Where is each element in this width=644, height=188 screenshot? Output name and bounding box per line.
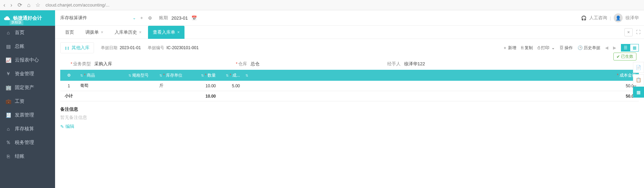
tab-view-inbound[interactable]: 查看入库单× (148, 26, 184, 39)
sidebar-item-label: 云报表中心 (15, 57, 39, 63)
sidebar-item-label: 结账 (15, 153, 24, 159)
expand-icon[interactable]: ⛶ (636, 30, 641, 35)
handler-value: 徐泽华122 (404, 61, 425, 67)
back-icon[interactable]: ‹ (3, 2, 5, 8)
gear-icon[interactable]: ⚙ (148, 15, 152, 21)
sidebar-item-label: 固定资产 (15, 85, 34, 91)
content-area: ⫿⫿ 其他入库 单据日期 2023-01-01 单据编号 IC-20230101… (55, 39, 644, 133)
biz-type-value: 采购入库 (94, 61, 112, 67)
brand-header: 畅捷通好会计 旗舰版 (0, 10, 55, 26)
print-button[interactable]: ⎙打印 ⌄ (538, 45, 555, 51)
side-tabs: 📄 📋 ▦ (633, 62, 644, 98)
date-label: 单据日期 (101, 45, 117, 50)
refresh-icon[interactable]: ⟳ (18, 2, 22, 8)
col-blank[interactable]: ⇅ (243, 74, 263, 77)
sidebar-item-label: 总账 (15, 43, 24, 49)
cell-unit: 斤 (157, 83, 188, 89)
form-row: *业务类型 采购入库 *仓库 总仓 经手人 徐泽华122 (71, 61, 639, 67)
col-product[interactable]: ⇅*商品 (77, 73, 126, 78)
sidebar-item-funds[interactable]: ￥资金管理 (0, 67, 55, 81)
brand-edition: 旗舰版 (10, 20, 23, 25)
headset-icon[interactable]: 🎧 (581, 15, 587, 21)
tab-transfer[interactable]: 调拨单× (81, 26, 108, 39)
side-tab-doc[interactable]: 📄 (633, 62, 644, 73)
prev-icon[interactable]: ◀ (605, 45, 608, 50)
side-tab-active[interactable]: ▦ (633, 87, 644, 98)
sidebar-item-assets[interactable]: 🏢固定资产 (0, 81, 55, 95)
avatar[interactable]: 👤 (614, 13, 623, 22)
status-text: 已生效 (621, 54, 633, 59)
cell-idx: 1 (60, 84, 77, 88)
plus-icon[interactable]: ＋ (139, 15, 144, 21)
subtotal-label: 小计 (60, 93, 77, 99)
biz-type-label: 业务类型 (73, 61, 91, 66)
box-icon: ⌂ (5, 126, 11, 132)
tab-label: 查看入库单 (153, 29, 175, 35)
col-settings[interactable]: ⚙ (60, 73, 77, 78)
history-button[interactable]: 🕒历史单据 (578, 45, 600, 51)
copy-button[interactable]: ⎘复制 (521, 45, 533, 51)
close-icon[interactable]: × (177, 30, 180, 35)
tabs-row: 首页 调拨单× 入库单历史× 查看入库单× × ⛶ (55, 26, 644, 39)
col-spec[interactable]: ⇅规格型号 (126, 73, 157, 78)
doc-actions: ＋新增 ⎘复制 ⎙打印 ⌄ ☲操作 🕒历史单据 ◀ ▶ ☰ ▦ (503, 44, 639, 52)
period-value[interactable]: 2023-01 (171, 15, 188, 21)
tab-home[interactable]: 首页 (60, 26, 79, 39)
docno-label: 单据编号 (148, 45, 164, 50)
close-all-button[interactable]: × (624, 28, 633, 36)
tab-inbound-history[interactable]: 入库单历史× (110, 26, 146, 39)
wallet-icon: 💼 (5, 99, 11, 104)
sidebar-item-closing[interactable]: ⎘结账 (0, 150, 55, 163)
col-qty[interactable]: ⇅*数量 (188, 73, 219, 78)
star-icon[interactable]: ☆ (35, 2, 40, 8)
sidebar-item-reports[interactable]: 📈云报表中心 (0, 53, 55, 67)
calendar-icon[interactable]: 📅 (191, 15, 197, 21)
card-view-button[interactable]: ▦ (630, 44, 639, 52)
subtotal-row: 小计 10.00 50.00 (60, 91, 639, 101)
list-view-button[interactable]: ☰ (621, 44, 630, 52)
chevron-down-icon[interactable]: ⌄ (133, 15, 136, 20)
remark-empty: 暂无备注信息 (60, 114, 639, 121)
ops-button[interactable]: ☲操作 (560, 45, 573, 51)
close-icon[interactable]: × (101, 30, 103, 35)
sidebar-item-ledger[interactable]: ▤总账 (0, 40, 55, 53)
docno-value: IC-20230101-001 (167, 45, 199, 50)
sidebar-item-label: 库存核算 (15, 126, 34, 132)
forward-icon[interactable]: › (10, 2, 12, 8)
check-icon: ✔ (616, 54, 620, 59)
home-icon[interactable]: ⌂ (27, 2, 31, 8)
next-icon[interactable]: ▶ (613, 45, 616, 50)
sidebar-item-home[interactable]: ⌂首页 (0, 26, 55, 40)
sidebar-item-invoice[interactable]: 🧾发票管理 (0, 108, 55, 122)
money-icon: ￥ (5, 71, 11, 77)
doc-type-tag[interactable]: ⫿⫿ 其他入库 (60, 42, 94, 53)
sidebar-item-label: 资金管理 (15, 71, 34, 77)
sidebar-item-salary[interactable]: 💼工资 (0, 95, 55, 108)
building-icon: 🏢 (5, 85, 11, 90)
main-area: 库存核算课件 ⌄ ＋ ⚙ 账期 2023-01 📅 🎧 人工咨询 | 👤 徐泽华… (55, 10, 644, 188)
edit-icon: ✎ (60, 124, 64, 129)
col-cost[interactable]: ⇅*成... (219, 73, 243, 78)
sidebar-item-inventory[interactable]: ⌂库存核算 (0, 122, 55, 136)
close-icon[interactable]: × (139, 30, 141, 35)
username[interactable]: 徐泽华 (625, 15, 639, 21)
col-unit[interactable]: ⇅*库存单位 (157, 73, 188, 78)
sidebar-item-tax[interactable]: ％税务管理 (0, 136, 55, 150)
context-selector[interactable]: 库存核算课件 (60, 13, 129, 22)
edit-remark-button[interactable]: ✎ 编辑 (60, 123, 639, 130)
warehouse-label: 仓库 (238, 61, 247, 66)
ledger-icon: ▤ (5, 44, 11, 49)
lock-icon: ⎘ (5, 154, 11, 159)
status-badge: ✔ 已生效 (613, 53, 636, 60)
support-link[interactable]: 人工咨询 (589, 15, 607, 21)
chart-icon: 📈 (5, 57, 11, 63)
barchart-icon: ⫿⫿ (65, 45, 70, 51)
doc-type-label: 其他入库 (72, 45, 89, 51)
subtotal-qty: 10.00 (188, 94, 219, 99)
table-row[interactable]: 1 葡萄 斤 10.00 5.00 50.00 (60, 81, 639, 91)
cell-qty: 10.00 (188, 84, 219, 88)
sidebar-item-label: 首页 (15, 30, 24, 36)
side-tab-note[interactable]: 📋 (633, 74, 644, 85)
table-header: ⚙ ⇅*商品 ⇅规格型号 ⇅*库存单位 ⇅*数量 ⇅*成... ⇅ *成本金额 (60, 70, 639, 81)
new-button[interactable]: ＋新增 (503, 45, 516, 51)
